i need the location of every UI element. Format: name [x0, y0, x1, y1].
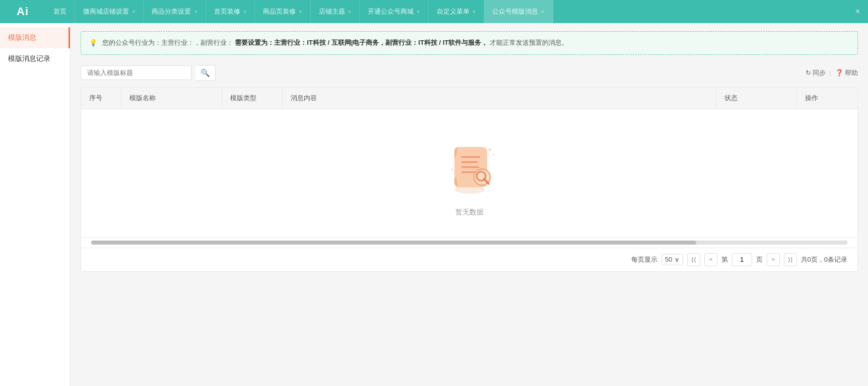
th-name: 模版名称 — [121, 88, 222, 109]
svg-point-10 — [451, 169, 453, 171]
tab-close-homepage[interactable]: × — [243, 9, 246, 15]
page-label: 页 — [756, 255, 763, 264]
help-button[interactable]: ❓ 帮助 — [835, 68, 858, 78]
next-page-button[interactable]: ＞ — [767, 253, 780, 266]
notice-prefix: 您的公众号行业为：主营行业：，副营行业： — [102, 39, 233, 46]
tab-list: 首页微商城店铺设置×商品分类设置×首页装修×商品页装修×店铺主题×开通公众号商城… — [45, 0, 847, 23]
tab-menu[interactable]: 自定义菜单× — [429, 0, 484, 23]
search-button[interactable]: 🔍 — [195, 65, 216, 81]
first-page-button[interactable]: ⟨⟨ — [687, 253, 700, 266]
scrollbar-thumb[interactable] — [91, 241, 696, 245]
sidebar: 模版消息模版消息记录 — [0, 23, 71, 386]
tab-close-template[interactable]: × — [541, 9, 544, 15]
top-nav-bar: Ai 首页微商城店铺设置×商品分类设置×首页装修×商品页装修×店铺主题×开通公众… — [0, 0, 868, 23]
th-content: 消息内容 — [283, 88, 716, 109]
tab-close-mall[interactable]: × — [417, 9, 420, 15]
pagination: 每页显示 50 ∨ ⟨⟨ ＜ 第 页 ＞ ⟩⟩ 共0页，0条记录 — [81, 248, 857, 271]
notice-suffix: 才能正常发送预置的消息。 — [490, 39, 568, 46]
svg-point-8 — [488, 148, 491, 151]
current-page-input[interactable] — [732, 253, 752, 266]
toolbar-left: 🔍 — [81, 65, 216, 81]
page-size-select[interactable]: 50 ∨ — [661, 254, 683, 265]
sync-label: 同步 — [813, 68, 826, 78]
tab-close-weshop[interactable]: × — [132, 9, 135, 15]
scrollbar-track[interactable] — [91, 241, 847, 245]
tab-close-menu[interactable]: × — [473, 9, 476, 15]
notice-highlight: 需要设置为：主营行业：IT科技 / 互联网|电子商务，副营行业：IT科技 / I… — [235, 39, 488, 46]
tab-product[interactable]: 商品页装修× — [255, 0, 310, 23]
tab-template[interactable]: 公众号模版消息× — [484, 0, 553, 23]
tab-close-product[interactable]: × — [299, 9, 302, 15]
main-layout: 模版消息模版消息记录 💡 您的公众号行业为：主营行业：，副营行业： 需要设置为：… — [0, 23, 868, 386]
prev-page-button[interactable]: ＜ — [704, 253, 717, 266]
scrollbar-area — [81, 237, 857, 248]
th-type: 模版类型 — [222, 88, 283, 109]
svg-point-9 — [493, 153, 495, 156]
data-table: 序号模版名称模版类型消息内容状态操作 — [81, 87, 858, 272]
tab-category[interactable]: 商品分类设置× — [144, 0, 206, 23]
sidebar-item-template-record[interactable]: 模版消息记录 — [0, 48, 70, 69]
tab-mall[interactable]: 开通公众号商城× — [360, 0, 428, 23]
table-header: 序号模版名称模版类型消息内容状态操作 — [81, 88, 857, 109]
empty-text: 暂无数据 — [455, 208, 484, 217]
tab-close-theme[interactable]: × — [348, 9, 351, 15]
page-prefix: 第 — [721, 255, 728, 264]
help-label: 帮助 — [845, 68, 858, 78]
search-input[interactable] — [81, 65, 191, 80]
toolbar-right: ↻ 同步 | ❓ 帮助 — [806, 68, 858, 78]
total-info: 共0页，0条记录 — [801, 255, 847, 264]
tab-homepage[interactable]: 首页装修× — [206, 0, 255, 23]
empty-state: 暂无数据 — [81, 109, 857, 237]
content-area: 💡 您的公众号行业为：主营行业：，副营行业： 需要设置为：主营行业：IT科技 /… — [71, 23, 868, 386]
notice-box: 💡 您的公众号行业为：主营行业：，副营行业： 需要设置为：主营行业：IT科技 /… — [81, 31, 858, 55]
page-size-value: 50 — [665, 256, 672, 263]
sidebar-item-template-msg[interactable]: 模版消息 — [0, 27, 70, 48]
th-status: 状态 — [716, 88, 797, 109]
th-action: 操作 — [797, 88, 857, 109]
chevron-down-icon: ∨ — [675, 256, 680, 263]
empty-illustration — [439, 139, 500, 200]
toolbar: 🔍 ↻ 同步 | ❓ 帮助 — [81, 65, 858, 81]
tab-theme[interactable]: 店铺主题× — [311, 0, 360, 23]
th-index: 序号 — [81, 88, 121, 109]
tab-home[interactable]: 首页 — [45, 0, 75, 23]
page-size-label: 每页显示 — [631, 255, 657, 264]
last-page-button[interactable]: ⟩⟩ — [784, 253, 797, 266]
sync-button[interactable]: ↻ 同步 — [806, 68, 826, 78]
tab-weshop[interactable]: 微商城店铺设置× — [75, 0, 144, 23]
toolbar-divider: | — [830, 69, 831, 76]
global-close-button[interactable]: × — [847, 7, 868, 16]
help-icon: ❓ — [835, 69, 843, 76]
tab-close-category[interactable]: × — [194, 9, 197, 15]
sync-icon: ↻ — [806, 69, 811, 76]
notice-icon: 💡 — [89, 39, 97, 46]
app-logo: Ai — [0, 5, 45, 18]
